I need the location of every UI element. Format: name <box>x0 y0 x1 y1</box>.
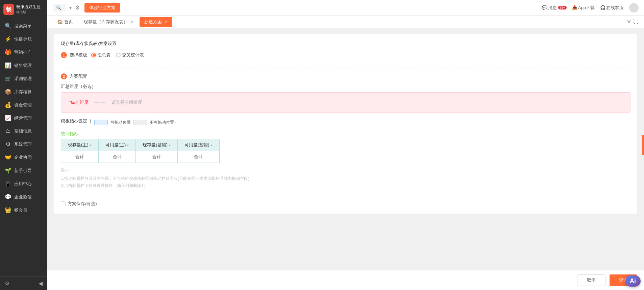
sidebar-item-system[interactable]: ⚙ 系统管理 <box>0 138 47 151</box>
expand-icon[interactable]: ⛶ <box>633 19 639 25</box>
radio-cross-circle <box>116 53 121 57</box>
dimension-config-label: 汇总维度（必选） <box>61 83 630 90</box>
step2-section: 2 方案配置 汇总维度（必选） *纵向维度 —— 请选择分组维度 模板指标设定（ <box>61 73 630 195</box>
radio-summary-circle <box>91 53 96 57</box>
step2-header: 2 方案配置 <box>61 73 630 79</box>
dim-placeholder[interactable]: 请选择分组维度 <box>112 99 142 105</box>
stats-section: 统计指标 现存量(主) ▾ <box>61 131 630 163</box>
sidebar-item-wechat[interactable]: 💬 企业微信 <box>0 190 47 203</box>
sidebar-item-member[interactable]: 👑 畅会员 <box>0 203 47 217</box>
cell-3: 合计 <box>178 151 220 163</box>
tab-new-plan[interactable]: 新建方案 ✕ <box>140 17 172 27</box>
dim-separator: —— <box>94 99 106 105</box>
header-gear-icon[interactable]: ⚙ <box>75 4 80 11</box>
online-service-item[interactable]: 🎧 在线客服 <box>600 5 624 11</box>
box-icon: 📦 <box>5 89 11 95</box>
sidebar-item-basic-info[interactable]: 🗂 基础信息 <box>0 125 47 138</box>
sidebar-item-label: 企业微信 <box>14 194 32 200</box>
sidebar-item-inventory[interactable]: 📦 库存核算 <box>0 85 47 98</box>
sidebar-item-label: 快捷导航 <box>14 36 32 42</box>
sidebar-item-quicknav[interactable]: ⚡ 快捷导航 <box>0 32 47 46</box>
money-icon: 💰 <box>5 102 11 108</box>
draggable-hint: 模板指标设定（ 可拖动位置 不可拖动位置） <box>61 118 630 127</box>
tip-1: 1.拖动标题栏可以调整布局，不可跨维度或指标区域拖动栏目字段(只能在同一维度或指… <box>61 175 630 183</box>
col-dropdown-3[interactable]: 可用量(基辅) ▾ <box>184 142 213 148</box>
tab-new-plan-close[interactable]: ✕ <box>165 20 168 24</box>
crown-icon: 👑 <box>5 207 11 213</box>
sidebar-item-label: 销售管理 <box>14 63 32 69</box>
save-checkbox[interactable] <box>61 201 66 206</box>
tab-inventory[interactable]: 现存量（库存状况表） ✕ <box>79 17 138 27</box>
save-label: 方案保存(可选) <box>68 201 97 207</box>
settings-icon[interactable]: ⚙ <box>5 280 9 287</box>
chevron-down-icon: ▾ <box>169 143 171 147</box>
non-draggable-box <box>133 120 147 125</box>
sidebar-item-management[interactable]: 📈 经营管理 <box>0 112 47 125</box>
tips-section: 提示： 1.拖动标题栏可以调整布局，不可跨维度或指标区域拖动栏目字段(只能在同一… <box>61 166 630 190</box>
search-icon: 🔍 <box>5 23 11 29</box>
gear-icon: ⚙ <box>5 141 11 147</box>
dimension-row: *纵向维度 —— 请选择分组维度 <box>69 99 622 105</box>
cell-1: 合计 <box>98 151 136 163</box>
sidebar-item-label: 新手引导 <box>14 168 32 174</box>
sidebar-item-marketing[interactable]: 🎁 营销推广 <box>0 46 47 59</box>
sidebar-item-label: 采购管理 <box>14 76 32 82</box>
sidebar-footer: ⚙ ◀ <box>0 276 47 290</box>
sidebar-item-label: 系统管理 <box>14 141 32 147</box>
step1-badge: 1 <box>61 52 67 58</box>
tip-2: 2.点击标题栏下拉可设置排序、插入列和删除列 <box>61 182 630 190</box>
sidebar-item-guide[interactable]: 🌱 新手引导 <box>0 164 47 177</box>
sidebar-item-finance[interactable]: 💰 资金管理 <box>0 98 47 112</box>
template-radio-group: 汇总表 交叉统计表 <box>91 52 144 58</box>
table-header-row: 现存量(主) ▾ 可用量(主) ▾ <box>61 139 220 151</box>
cancel-button[interactable]: 取消 <box>577 274 605 286</box>
tab-bar: 🏠 首页 现存量（库存状况表） ✕ 新建方案 ✕ ✕ ⛶ <box>47 16 644 28</box>
app-edition: 标准版 <box>16 10 41 15</box>
ai-badge[interactable]: Ai <box>625 275 641 287</box>
content-area: 现存量(库存状况表)方案设置 1 选择模板 汇总表 交叉统计表 <box>47 28 644 270</box>
app-download-item[interactable]: 📥 App下载 <box>572 5 595 11</box>
sidebar-item-label: 营销推广 <box>14 49 32 55</box>
sidebar-nav: 🔍 搜索菜单 ⚡ 快捷导航 🎁 营销推广 📊 销售管理 🛒 采购管理 📦 库存核… <box>0 19 47 276</box>
message-icon: 💬 <box>542 5 547 10</box>
save-option: 方案保存(可选) <box>61 201 630 207</box>
header-dropdown-icon[interactable]: ▾ <box>69 5 72 10</box>
cart-icon: 🛒 <box>5 75 11 82</box>
sidebar-item-label: 企业协同 <box>14 154 32 161</box>
collapse-icon[interactable]: ◀ <box>39 280 43 287</box>
sidebar-item-sales[interactable]: 📊 销售管理 <box>0 59 47 72</box>
col-header-1: 可用量(主) ▾ <box>98 139 136 151</box>
home-icon: 🏠 <box>57 19 63 24</box>
col-dropdown-0[interactable]: 现存量(主) ▾ <box>68 142 92 148</box>
page-title: 现存量(库存状况表)方案设置 <box>61 41 630 47</box>
tab-inventory-close[interactable]: ✕ <box>130 20 133 24</box>
step2-label: 方案配置 <box>70 73 87 79</box>
sidebar-item-search[interactable]: 🔍 搜索菜单 <box>0 19 47 32</box>
chevron-down-icon: ▾ <box>211 143 213 147</box>
col-dropdown-2[interactable]: 现存量(基辅) ▾ <box>143 142 171 148</box>
tab-home[interactable]: 🏠 首页 <box>53 17 78 27</box>
sidebar-item-purchase[interactable]: 🛒 采购管理 <box>0 72 47 85</box>
industry-solution-button[interactable]: 体验行业方案 <box>84 3 120 13</box>
non-draggable-label: 不可拖动位置） <box>150 120 178 125</box>
header-search[interactable]: 🔍 <box>53 4 66 11</box>
service-icon: 🎧 <box>600 5 605 10</box>
top-header: 🔍 ▾ ⚙ 体验行业方案 💬 消息 99+ 📥 App下载 🎧 在线客服 <box>47 0 644 16</box>
radio-summary[interactable]: 汇总表 <box>91 52 110 58</box>
col-dropdown-1[interactable]: 可用量(主) ▾ <box>105 142 129 148</box>
step1-section: 1 选择模板 汇总表 交叉统计表 <box>61 52 630 68</box>
cell-0: 合计 <box>61 151 99 163</box>
user-avatar[interactable] <box>629 3 639 13</box>
sidebar-item-appstore[interactable]: 📱 应用中心 <box>0 177 47 190</box>
sidebar: 畅 畅康通好生意 标准版 🔍 搜索菜单 ⚡ 快捷导航 🎁 营销推广 📊 销售管理… <box>0 0 47 290</box>
close-panel-icon[interactable]: ✕ <box>627 19 631 25</box>
sidebar-item-label: 基础信息 <box>14 128 32 134</box>
radio-cross[interactable]: 交叉统计表 <box>116 52 144 58</box>
tab-bar-controls: ✕ ⛶ <box>627 19 639 25</box>
chevron-down-icon: ▾ <box>127 143 129 147</box>
messages-item[interactable]: 💬 消息 99+ <box>542 5 567 11</box>
chart-icon: 📊 <box>5 62 11 69</box>
sidebar-item-cooperation[interactable]: 🤝 企业协同 <box>0 151 47 164</box>
sidebar-item-label: 库存核算 <box>14 89 32 95</box>
vertical-dim-label: *纵向维度 <box>69 99 89 105</box>
